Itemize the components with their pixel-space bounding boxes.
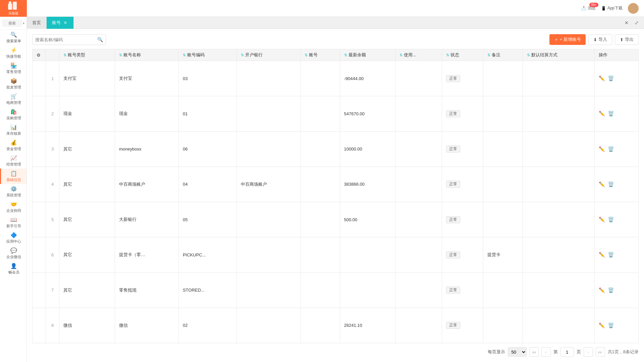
app-download-button[interactable]: 📱 App下载 (601, 5, 623, 11)
tab-bar: 首页 账号 ✕ ✕ ⤢ (27, 17, 644, 29)
col-default-settlement[interactable]: ⇅默认结算方式 (523, 49, 595, 61)
cell-usage (395, 202, 442, 237)
edit-button[interactable]: ✏️ (599, 322, 605, 328)
table-row: 8 微信 微信 02 28241.10 正常 ✏️ 🗑️ (33, 308, 639, 343)
first-page-button[interactable]: ⏮ (529, 347, 539, 357)
nav-label-inventory: 库存核算 (6, 131, 21, 136)
table-header-row: ⚙ ⇅账号类型 ⇅账号名称 ⇅账号编码 ⇅开户银行 ⇅账号 ⇅最新余额 ⇅使用.… (33, 49, 639, 61)
cell-actions: ✏️ 🗑️ (594, 96, 638, 131)
col-account-code[interactable]: ⇅账号编码 (178, 49, 236, 61)
edit-button[interactable]: ✏️ (599, 75, 605, 81)
sidebar-item-ecommerce[interactable]: 🛒电商管理 (0, 92, 26, 107)
tab-account[interactable]: 账号 ✕ (47, 17, 74, 29)
edit-button[interactable]: ✏️ (599, 217, 605, 223)
delete-button[interactable]: 🗑️ (608, 252, 614, 258)
last-page-button[interactable]: ⏭ (596, 347, 605, 357)
sidebar-item-agreement[interactable]: 🤝企业协同 (0, 199, 26, 215)
export-button[interactable]: ⬆ 导出 (615, 34, 639, 45)
col-bank[interactable]: ⇅开户银行 (236, 49, 300, 61)
sidebar-item-quick-nav[interactable]: ⚡快捷导航 (0, 45, 26, 61)
sidebar-item-purchase[interactable]: 🛍️采购管理 (0, 107, 26, 122)
delete-button[interactable]: 🗑️ (608, 217, 614, 223)
cell-name: 提货卡（零… (115, 237, 178, 273)
cell-bank (236, 308, 300, 343)
col-account-no[interactable]: ⇅账号 (300, 49, 340, 61)
delete-button[interactable]: 🗑️ (608, 75, 614, 81)
tab-close-button[interactable]: ✕ (622, 18, 631, 27)
cell-account-no (300, 308, 340, 343)
sidebar-item-finance[interactable]: 💰资金管理 (0, 138, 26, 153)
page-size-label: 每页显示 (488, 349, 505, 355)
delete-button[interactable]: 🗑️ (608, 146, 614, 152)
sidebar-arrow: ▾ (23, 21, 24, 25)
nav-icon-member: 👤 (10, 263, 17, 269)
import-button[interactable]: ⬇ 导入 (588, 34, 612, 45)
sidebar-item-search-orders[interactable]: 🔍搜索菜单 (0, 30, 26, 45)
edit-button[interactable]: ✏️ (599, 181, 605, 187)
delete-button[interactable]: 🗑️ (608, 287, 614, 293)
edit-button[interactable]: ✏️ (599, 287, 605, 293)
sidebar-item-system[interactable]: ⚙️系统管理 (0, 184, 26, 199)
sidebar-item-wholesale[interactable]: 📦批发管理 (0, 76, 26, 92)
col-account-name[interactable]: ⇅账号名称 (115, 49, 178, 61)
tab-account-close[interactable]: ✕ (63, 20, 68, 25)
cell-usage (395, 308, 442, 343)
action-btns: ✏️ 🗑️ (599, 322, 634, 328)
cell-type: 微信 (59, 308, 115, 343)
tab-expand-button[interactable]: ⤢ (632, 18, 641, 27)
search-input[interactable] (35, 37, 97, 42)
page-size-select[interactable]: 50 10 20 100 (508, 347, 527, 357)
sidebar-item-inventory[interactable]: 📊库存核算 (0, 122, 26, 138)
col-notes[interactable]: ⇅备注 (483, 49, 523, 61)
next-page-button[interactable]: › (584, 347, 593, 357)
col-actions: 操作 (594, 49, 638, 61)
cell-status: 正常 (442, 96, 483, 131)
cell-actions: ✏️ 🗑️ (594, 308, 638, 343)
col-balance[interactable]: ⇅最新余额 (340, 49, 395, 61)
sidebar-item-business[interactable]: 📈经营管理 (0, 153, 26, 169)
col-status[interactable]: ⇅状态 (442, 49, 483, 61)
cell-default-settlement (523, 237, 595, 273)
sidebar-item-wechat[interactable]: 💬企业微信 (0, 246, 26, 261)
tab-home[interactable]: 首页 (27, 17, 47, 29)
cell-bank (236, 131, 300, 167)
cell-notes (483, 273, 523, 308)
delete-button[interactable]: 🗑️ (608, 181, 614, 187)
edit-button[interactable]: ✏️ (599, 111, 605, 117)
col-usage[interactable]: ⇅使用... (395, 49, 442, 61)
cell-notes (483, 96, 523, 131)
delete-button[interactable]: 🗑️ (608, 111, 614, 117)
prev-page-button[interactable]: ‹ (541, 347, 551, 357)
cell-account-no (300, 96, 340, 131)
cell-balance: 383866.00 (340, 167, 395, 202)
delete-button[interactable]: 🗑️ (608, 322, 614, 328)
nav-label-ecommerce: 电商管理 (6, 100, 21, 105)
search-icon[interactable]: 🔍 (97, 37, 103, 42)
edit-button[interactable]: ✏️ (599, 252, 605, 258)
cell-num: 3 (46, 131, 59, 167)
table-row: 5 其它 大新银行 05 500.00 正常 ✏️ 🗑️ (33, 202, 639, 237)
edit-button[interactable]: ✏️ (599, 146, 605, 152)
add-account-button[interactable]: ＋ + 新增账号 (549, 34, 586, 45)
page-input[interactable] (560, 347, 574, 357)
cell-account-no (300, 273, 340, 308)
cell-status: 正常 (442, 273, 483, 308)
message-button[interactable]: 📩 消息 99+ (581, 5, 596, 11)
cell-gear (33, 308, 46, 343)
sidebar-item-base-info[interactable]: 📋基础信息 (0, 169, 26, 184)
sidebar-search-input[interactable] (2, 19, 22, 27)
nav-icon-system: ⚙️ (10, 186, 17, 192)
cell-account-no (300, 237, 340, 273)
sidebar-item-retail[interactable]: 🏪零售管理 (0, 61, 26, 76)
cell-notes (483, 61, 523, 96)
avatar[interactable] (628, 3, 639, 14)
sidebar-item-member[interactable]: 👤畅会员 (0, 261, 26, 277)
col-account-type[interactable]: ⇅账号类型 (59, 49, 115, 61)
sidebar-item-guide[interactable]: 📖新手引导 (0, 215, 26, 230)
nav-icon-retail: 🏪 (10, 62, 17, 69)
col-settings[interactable]: ⚙ (33, 49, 46, 61)
cell-num: 4 (46, 167, 59, 202)
toolbar-right: ＋ + 新增账号 ⬇ 导入 ⬆ 导出 (549, 34, 639, 45)
cell-bank (236, 273, 300, 308)
sidebar-item-app-center[interactable]: 🔷应用中心 (0, 230, 26, 246)
